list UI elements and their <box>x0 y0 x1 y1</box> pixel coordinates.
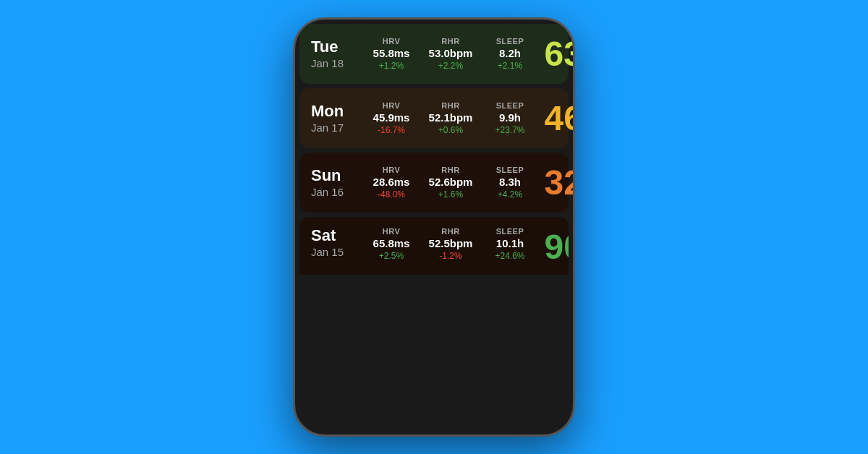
score-mon: 46 <box>532 98 573 138</box>
hrv-value-mon: 45.9ms <box>373 111 410 124</box>
hrv-label-sun: HRV <box>383 166 401 174</box>
hrv-metric-mon: HRV 45.9ms -16.7% <box>369 101 414 135</box>
metrics-sun: HRV 28.6ms -48.0% RHR 52.6bpm +1.6% SLEE… <box>369 166 532 200</box>
screen: Tue Jan 18 HRV 55.8ms +1.2% RHR 53.0bpm … <box>295 20 573 434</box>
rhr-metric-tue: RHR 53.0bpm +2.2% <box>428 37 473 71</box>
sleep-change-mon: +23.7% <box>495 125 524 135</box>
score-sun: 32 <box>532 163 573 202</box>
day-date-mon: Jan 17 <box>311 121 369 134</box>
rhr-metric-sun: RHR 52.6bpm +1.6% <box>428 166 473 200</box>
score-tue: 63 <box>532 34 573 74</box>
hrv-label-mon: HRV <box>383 101 401 110</box>
day-label-mon: Mon Jan 17 <box>311 103 369 134</box>
rhr-metric-sat: RHR 52.5bpm -1.2% <box>428 227 473 261</box>
rhr-change-tue: +2.2% <box>438 61 463 71</box>
sleep-metric-tue: SLEEP 8.2h +2.1% <box>488 37 532 71</box>
sleep-metric-mon: SLEEP 9.9h +23.7% <box>488 101 532 135</box>
day-card-sat[interactable]: Sat Jan 15 HRV 65.8ms +2.5% RHR 52.5bpm … <box>299 217 569 275</box>
day-label-sun: Sun Jan 16 <box>311 167 369 198</box>
day-name-tue: Tue <box>311 38 369 56</box>
sleep-change-sat: +24.6% <box>495 251 524 261</box>
sleep-label-tue: SLEEP <box>496 37 524 46</box>
day-name-mon: Mon <box>311 103 369 120</box>
hrv-change-mon: -16.7% <box>378 125 405 135</box>
rhr-change-sat: -1.2% <box>439 251 461 261</box>
rhr-metric-mon: RHR 52.1bpm +0.6% <box>428 101 473 135</box>
rhr-value-sat: 52.5bpm <box>429 237 473 250</box>
day-date-tue: Jan 18 <box>311 57 369 69</box>
sleep-label-sat: SLEEP <box>496 227 524 236</box>
day-label-sat: Sat Jan 15 <box>311 227 369 258</box>
metrics-mon: HRV 45.9ms -16.7% RHR 52.1bpm +0.6% SLEE… <box>369 101 532 135</box>
sleep-metric-sat: SLEEP 10.1h +24.6% <box>488 227 532 261</box>
rhr-label-sat: RHR <box>441 227 459 236</box>
rhr-value-sun: 52.6bpm <box>429 176 473 189</box>
rhr-label-mon: RHR <box>441 101 459 110</box>
rhr-value-tue: 53.0bpm <box>429 47 473 60</box>
hrv-change-tue: +1.2% <box>379 61 404 71</box>
metrics-sat: HRV 65.8ms +2.5% RHR 52.5bpm -1.2% SLEEP… <box>369 227 532 261</box>
sleep-label-sun: SLEEP <box>496 166 524 174</box>
metrics-tue: HRV 55.8ms +1.2% RHR 53.0bpm +2.2% SLEEP… <box>369 37 532 71</box>
rhr-change-mon: +0.6% <box>438 125 463 135</box>
hrv-label-sat: HRV <box>383 227 401 236</box>
hrv-metric-sat: HRV 65.8ms +2.5% <box>369 227 414 261</box>
hrv-value-tue: 55.8ms <box>373 47 410 60</box>
sleep-label-mon: SLEEP <box>496 101 524 110</box>
hrv-change-sat: +2.5% <box>379 251 404 261</box>
day-name-sat: Sat <box>311 227 369 244</box>
sleep-value-tue: 8.2h <box>499 47 521 60</box>
sleep-change-tue: +2.1% <box>498 61 522 71</box>
day-name-sun: Sun <box>311 167 369 184</box>
rhr-label-sun: RHR <box>441 166 459 174</box>
rhr-label-tue: RHR <box>441 37 459 46</box>
day-card-sun[interactable]: Sun Jan 16 HRV 28.6ms -48.0% RHR 52.6bpm… <box>299 153 569 213</box>
rhr-change-sun: +1.6% <box>438 189 463 200</box>
hrv-value-sun: 28.6ms <box>373 176 410 189</box>
sleep-value-sat: 10.1h <box>496 237 524 250</box>
score-sat: 90 <box>532 227 569 267</box>
phone-frame: Tue Jan 18 HRV 55.8ms +1.2% RHR 53.0bpm … <box>293 17 575 437</box>
sleep-value-sun: 8.3h <box>499 176 521 189</box>
sleep-value-mon: 9.9h <box>499 111 521 124</box>
hrv-metric-sun: HRV 28.6ms -48.0% <box>369 166 414 200</box>
day-card-mon[interactable]: Mon Jan 17 HRV 45.9ms -16.7% RHR 52.1bpm… <box>299 88 569 148</box>
day-card-tue[interactable]: Tue Jan 18 HRV 55.8ms +1.2% RHR 53.0bpm … <box>299 24 569 84</box>
day-label-tue: Tue Jan 18 <box>311 38 369 69</box>
day-date-sun: Jan 16 <box>311 186 369 198</box>
hrv-label-tue: HRV <box>383 37 401 46</box>
day-date-sat: Jan 15 <box>311 246 369 258</box>
sleep-metric-sun: SLEEP 8.3h +4.2% <box>488 166 532 200</box>
hrv-value-sat: 65.8ms <box>373 237 410 250</box>
rhr-value-mon: 52.1bpm <box>429 111 473 124</box>
hrv-metric-tue: HRV 55.8ms +1.2% <box>369 37 414 71</box>
sleep-change-sun: +4.2% <box>498 189 522 200</box>
hrv-change-sun: -48.0% <box>378 189 405 200</box>
